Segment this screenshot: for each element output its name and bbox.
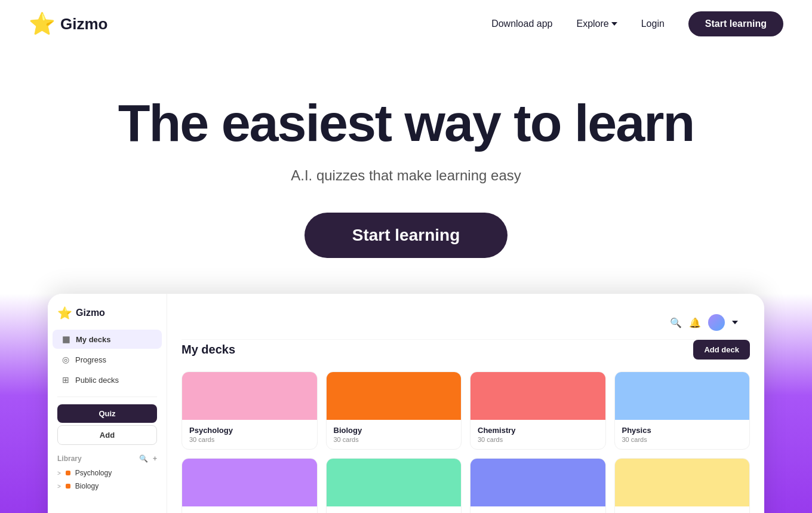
deck-card[interactable]: Psychology 30 cards bbox=[182, 371, 318, 450]
sidebar-mydecks-label: My decks bbox=[76, 335, 111, 344]
library-label: Library bbox=[57, 454, 82, 463]
search-icon[interactable]: 🔍 bbox=[139, 454, 148, 463]
app-main-content: 🔍 🔔 My decks Add deck Psychology 30 card… bbox=[167, 294, 764, 513]
deck-card-name: Chemistry bbox=[478, 426, 598, 435]
app-preview-card: ⭐ Gizmo ▦ My decks ◎ Progress ⊞ Public d… bbox=[48, 294, 764, 513]
deck-card-color-1 bbox=[327, 372, 462, 420]
logo-name: Gizmo bbox=[60, 15, 107, 33]
deck-card[interactable]: Chemistry 30 cards bbox=[470, 371, 606, 450]
main-nav: Download app Explore Login Start learnin… bbox=[491, 11, 783, 36]
avatar-chevron-icon bbox=[732, 321, 738, 324]
sidebar-item-publicdecks[interactable]: ⊞ Public decks bbox=[53, 370, 162, 389]
progress-icon: ◎ bbox=[62, 355, 69, 364]
library-biology-label: Biology bbox=[75, 482, 99, 490]
site-header: ⭐ Gizmo Download app Explore Login Start… bbox=[0, 0, 812, 48]
deck-card-count: 30 cards bbox=[622, 436, 743, 443]
deck-card-color-6 bbox=[470, 459, 605, 506]
arrow-icon: > bbox=[57, 483, 61, 490]
library-header-icons: 🔍 + bbox=[139, 454, 157, 463]
logo-star-icon: ⭐ bbox=[29, 11, 56, 36]
psychology-dot bbox=[66, 471, 70, 475]
sidebar-library-header: Library 🔍 + bbox=[48, 447, 167, 466]
deck-card-count: 30 cards bbox=[334, 436, 454, 443]
deck-card-color-4 bbox=[182, 459, 317, 506]
sidebar-quiz-button[interactable]: Quiz bbox=[57, 404, 157, 423]
main-section-title: My decks bbox=[182, 343, 235, 357]
decks-icon: ▦ bbox=[62, 334, 70, 344]
sidebar-add-button[interactable]: Add bbox=[57, 425, 157, 445]
login-link[interactable]: Login bbox=[641, 19, 665, 29]
sidebar-logo: ⭐ Gizmo bbox=[48, 306, 167, 330]
hero-title: The easiest way to learn bbox=[29, 96, 783, 150]
library-psychology-label: Psychology bbox=[75, 469, 112, 477]
start-learning-hero-button[interactable]: Start learning bbox=[304, 213, 508, 258]
app-preview-wrapper: ⭐ Gizmo ▦ My decks ◎ Progress ⊞ Public d… bbox=[0, 294, 812, 513]
arrow-icon: > bbox=[57, 470, 61, 477]
app-search-icon[interactable]: 🔍 bbox=[670, 317, 682, 328]
deck-card-color-0 bbox=[182, 372, 317, 420]
deck-card-name: Physics bbox=[622, 426, 743, 435]
deck-card-name: Biology bbox=[334, 426, 454, 435]
logo[interactable]: ⭐ Gizmo bbox=[29, 11, 107, 36]
hero-section: The easiest way to learn A.I. quizzes th… bbox=[0, 48, 812, 294]
deck-card[interactable]: English 30 cards bbox=[326, 458, 462, 513]
sidebar-divider bbox=[57, 397, 157, 397]
deck-card-color-7 bbox=[615, 459, 750, 506]
deck-card-color-2 bbox=[470, 372, 605, 420]
add-library-icon[interactable]: + bbox=[153, 454, 157, 463]
deck-card[interactable]: Geography 30 cards bbox=[182, 458, 318, 513]
avatar[interactable] bbox=[708, 314, 725, 331]
deck-card-name: Psychology bbox=[189, 426, 310, 435]
deck-card-color-5 bbox=[327, 459, 462, 506]
hero-subtitle: A.I. quizzes that make learning easy bbox=[29, 167, 783, 184]
publicdecks-icon: ⊞ bbox=[62, 375, 69, 385]
deck-card-count: 30 cards bbox=[478, 436, 598, 443]
explore-link[interactable]: Explore bbox=[576, 19, 617, 29]
add-deck-button[interactable]: Add deck bbox=[693, 340, 750, 360]
deck-card[interactable]: Spanish 30 cards bbox=[614, 458, 751, 513]
main-header-row: My decks Add deck bbox=[182, 340, 750, 360]
library-item-psychology[interactable]: > Psychology bbox=[48, 466, 167, 480]
sidebar-item-progress[interactable]: ◎ Progress bbox=[53, 350, 162, 369]
deck-card[interactable]: Biology 30 cards bbox=[326, 371, 462, 450]
sidebar-publicdecks-label: Public decks bbox=[75, 376, 119, 385]
deck-card-color-3 bbox=[615, 372, 750, 420]
start-learning-header-button[interactable]: Start learning bbox=[688, 11, 783, 36]
deck-card-count: 30 cards bbox=[189, 436, 310, 443]
sidebar-logo-name: Gizmo bbox=[76, 308, 105, 318]
app-header-icons: 🔍 🔔 bbox=[670, 314, 738, 331]
deck-card[interactable]: Physics 30 cards bbox=[614, 371, 751, 450]
sidebar-star-icon: ⭐ bbox=[57, 306, 72, 320]
app-bell-icon[interactable]: 🔔 bbox=[689, 317, 701, 328]
download-app-link[interactable]: Download app bbox=[491, 19, 552, 29]
library-item-biology[interactable]: > Biology bbox=[48, 480, 167, 493]
deck-grid: Psychology 30 cards Biology 30 cards Che… bbox=[182, 371, 750, 513]
app-sidebar: ⭐ Gizmo ▦ My decks ◎ Progress ⊞ Public d… bbox=[48, 294, 167, 513]
app-top-bar: 🔍 🔔 bbox=[182, 306, 750, 340]
deck-card[interactable]: Economics 30 cards bbox=[470, 458, 606, 513]
biology-dot bbox=[66, 484, 70, 489]
sidebar-item-mydecks[interactable]: ▦ My decks bbox=[53, 330, 162, 349]
sidebar-progress-label: Progress bbox=[75, 355, 106, 364]
chevron-down-icon bbox=[611, 22, 617, 26]
